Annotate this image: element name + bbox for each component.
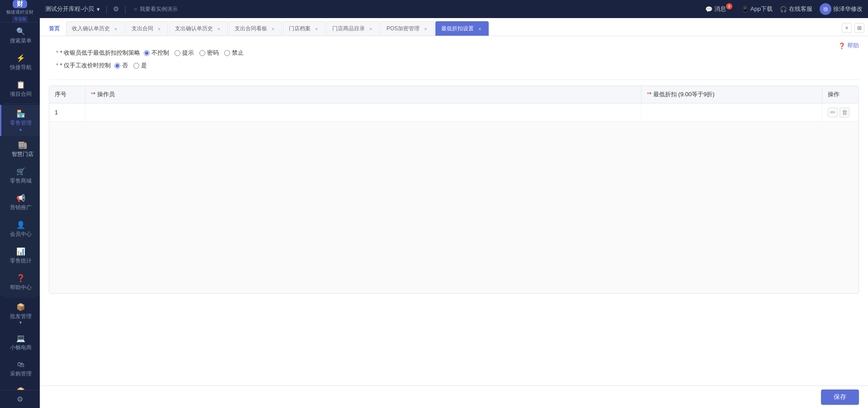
sidebar-item-wholesale[interactable]: 📦 批发管理 ▼ xyxy=(0,298,40,329)
sidebar-item-label: 快捷导航 xyxy=(10,64,32,71)
sidebar: 财 畅捷通好业财 专业版 🔍 搜索菜单 ⚡ 快捷导航 📋 项目合同 🏪 零售管理… xyxy=(0,0,40,408)
sidebar-item-label: 会员中心 xyxy=(10,230,32,238)
download-icon: 📱 xyxy=(741,6,749,13)
tab-pos-password[interactable]: POS加密管理 × xyxy=(381,21,434,36)
sidebar-item-label: 项目合同 xyxy=(10,90,32,98)
sidebar-item-project[interactable]: 📋 项目合同 xyxy=(0,76,40,103)
cashier-policy-radio-group: 不控制 提示 密码 禁止 xyxy=(144,49,244,57)
user-menu[interactable]: 徐 徐泽华修改 xyxy=(820,3,863,15)
main-area: 测试分开库程-小贝 ▾ | ⚙ | ○ 我要看实例演示 💬 消息 9 📱 App… xyxy=(40,0,868,408)
avatar: 徐 xyxy=(820,3,831,15)
sidebar-item-online-store[interactable]: 🛒 零售商城 xyxy=(0,163,40,189)
tab-contract-label: 支出合同 xyxy=(132,25,153,33)
tab-store-file-close[interactable]: × xyxy=(313,26,320,32)
sidebar-item-help[interactable]: ❓ 帮助中心 xyxy=(0,269,40,296)
member-icon: 👤 xyxy=(16,220,25,229)
retail-icon: 🏪 xyxy=(16,109,25,118)
user-name: 徐泽华修改 xyxy=(833,5,863,13)
footer-bar: 保存 xyxy=(40,385,868,408)
tab-store-products[interactable]: 门店商品目录 × xyxy=(326,21,380,36)
table-body: 1 ✏ 🗑 xyxy=(49,103,859,293)
tab-pos-password-close[interactable]: × xyxy=(422,26,429,32)
sidebar-item-purchase[interactable]: 🛍 采购管理 xyxy=(0,356,40,382)
tab-store-products-close[interactable]: × xyxy=(368,26,374,32)
demo-link[interactable]: ○ 我要看实例演示 xyxy=(134,5,178,13)
tab-contract-close[interactable]: × xyxy=(156,26,162,32)
sidebar-item-label: 采购管理 xyxy=(10,370,32,378)
tab-income-close[interactable]: × xyxy=(113,26,119,32)
th-operator: ** 操作员 xyxy=(85,86,642,103)
td-min-discount xyxy=(642,103,822,121)
manual-price-row: * * 仅手工改价时控制 否 是 xyxy=(56,61,852,70)
tab-payment-history-close[interactable]: × xyxy=(216,26,222,32)
radio-password[interactable]: 密码 xyxy=(199,49,219,57)
purchase-icon: 🛍 xyxy=(17,361,24,369)
online-service-label: 在线客服 xyxy=(789,5,812,13)
sidebar-item-shortcut[interactable]: ⚡ 快捷导航 xyxy=(0,49,40,76)
edit-row-button[interactable]: ✏ xyxy=(828,108,838,117)
th-min-discount: ** 最低折扣 (9.00等于9折) xyxy=(642,86,822,103)
tab-home[interactable]: 首页 xyxy=(43,21,65,36)
app-download-button[interactable]: 📱 App下载 xyxy=(741,5,773,13)
radio-manual-yes[interactable]: 是 xyxy=(133,61,147,70)
tab-payment-history-label: 支出确认单历史 xyxy=(175,25,213,33)
delete-row-button[interactable]: 🗑 xyxy=(840,108,849,117)
tab-contract[interactable]: 支出合同 × xyxy=(126,21,168,36)
demo-text: 我要看实例演示 xyxy=(140,5,178,13)
demo-icon: ○ xyxy=(134,6,137,12)
th-seq: 序号 xyxy=(49,86,85,103)
help-link[interactable]: ❓ 帮助 xyxy=(838,42,859,50)
sidebar-item-search[interactable]: 🔍 搜索菜单 xyxy=(0,23,40,49)
sidebar-item-retail-stats[interactable]: 📊 零售统计 xyxy=(0,243,40,269)
tab-min-discount-close[interactable]: × xyxy=(476,26,483,32)
radio-manual-no[interactable]: 否 xyxy=(114,61,128,70)
manual-price-radio-group: 否 是 xyxy=(114,61,147,70)
tab-options-button[interactable]: ⊞ xyxy=(854,23,864,33)
td-actions: ✏ 🗑 xyxy=(822,103,859,121)
project-selector[interactable]: 测试分开库程-小贝 ▾ xyxy=(45,5,100,13)
divider xyxy=(4,297,36,297)
inventory-icon: 📦 xyxy=(16,387,25,390)
tab-home-label: 首页 xyxy=(49,25,60,33)
tab-contract-board-close[interactable]: × xyxy=(270,26,276,32)
sidebar-item-member[interactable]: 👤 会员中心 xyxy=(0,216,40,243)
td-operator xyxy=(85,103,642,121)
sidebar-item-ecommerce[interactable]: 💻 小畅电商 xyxy=(0,329,40,356)
close-tab-button[interactable]: × xyxy=(842,23,852,33)
form-section: * * 收银员低于最低折扣控制策略 不控制 提示 密 xyxy=(49,43,859,80)
radio-no-control[interactable]: 不控制 xyxy=(144,49,169,57)
th-actions: 操作 xyxy=(822,86,859,103)
tab-store-file[interactable]: 门店档案 × xyxy=(283,21,326,36)
tab-contract-board-label: 支出合同看板 xyxy=(235,25,267,33)
sidebar-item-label: 零售管理 xyxy=(10,119,32,127)
topbar-settings-icon[interactable]: ⚙ xyxy=(113,5,119,13)
online-service-button[interactable]: 🎧 在线客服 xyxy=(780,5,812,13)
tab-payment-history[interactable]: 支出确认单历史 × xyxy=(169,21,228,36)
sidebar-item-inventory[interactable]: 📦 库存核算 xyxy=(0,382,40,390)
sidebar-item-marketing[interactable]: 📢 营销推广 xyxy=(0,189,40,216)
ecommerce-icon: 💻 xyxy=(16,334,25,342)
manual-price-label: * * 仅手工改价时控制 xyxy=(56,61,111,70)
wholesale-icon: 📦 xyxy=(16,303,25,311)
tab-contract-board[interactable]: 支出合同看板 × xyxy=(229,21,282,36)
message-button[interactable]: 💬 消息 9 xyxy=(705,5,734,13)
radio-hint[interactable]: 提示 xyxy=(175,49,194,57)
sidebar-item-retail[interactable]: 🏪 零售管理 ▲ xyxy=(0,105,40,136)
help-label: 帮助 xyxy=(847,42,859,50)
edition-badge: 专业版 xyxy=(12,16,28,23)
save-button[interactable]: 保存 xyxy=(821,389,859,405)
logo-icon: 财 xyxy=(13,0,27,8)
sidebar-item-label: 搜索菜单 xyxy=(10,37,32,45)
tab-min-discount[interactable]: 最低折扣设置 × xyxy=(435,21,489,36)
sidebar-item-smart-store[interactable]: 🏬 智慧门店 xyxy=(0,136,40,163)
tabbar: 首页 收入确认单历史 × 支出合同 × 支出确认单历史 × 支出合同看板 × 门… xyxy=(40,18,868,36)
sidebar-settings-button[interactable]: ⚙ xyxy=(17,395,23,403)
sidebar-bottom: ⚙ xyxy=(0,390,40,408)
topbar: 测试分开库程-小贝 ▾ | ⚙ | ○ 我要看实例演示 💬 消息 9 📱 App… xyxy=(40,0,868,18)
radio-forbid[interactable]: 禁止 xyxy=(224,49,244,57)
help-icon: ❓ xyxy=(838,42,845,49)
sidebar-item-label: 营销推广 xyxy=(10,204,32,211)
topbar-divider: | xyxy=(105,5,108,14)
tab-income[interactable]: 收入确认单历史 × xyxy=(66,21,125,36)
online-store-icon: 🛒 xyxy=(16,167,25,176)
